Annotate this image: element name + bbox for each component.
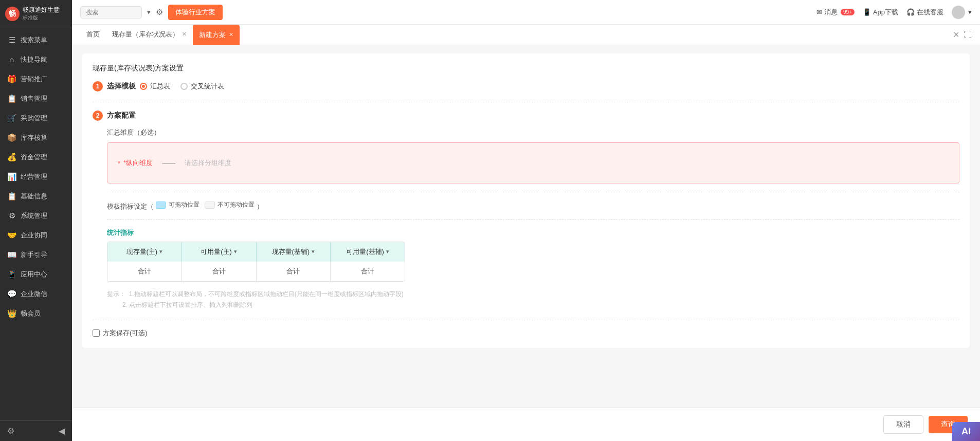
radio-cross-dot [180,83,188,90]
sidebar-item-cooperation[interactable]: 🤝 企业协同 [0,226,72,245]
settings-icon[interactable]: ⚙ [7,426,14,436]
stats-col2-header[interactable]: 可用量(主) ▾ [182,242,257,262]
cancel-button[interactable]: 取消 [883,415,923,434]
step-2-title: 方案配置 [107,111,136,120]
step-2-number: 2 [93,111,103,121]
finance-icon: 💰 [7,153,16,162]
app-download-button[interactable]: 📱 App下载 [863,8,898,17]
sidebar-item-label: 搜索菜单 [21,35,47,45]
purchase-icon: 🛒 [7,114,16,123]
non-draggable-box [205,201,215,209]
sidebar-item-label: 资金管理 [21,153,47,162]
step-2-content: 汇总维度（必选） * *纵向维度 —— 请选择分组维度 模板指标 [93,128,959,309]
sidebar-item-system[interactable]: ⚙ 系统管理 [0,206,72,226]
step-1-header: 1 选择模板 汇总表 交叉统计表 [93,81,959,91]
topbar-right: ✉ 消息 99+ 📱 App下载 🎧 在线客服 ▾ [816,6,972,19]
collapse-icon[interactable]: ◀ [59,426,65,436]
online-service-label: 在线客服 [917,8,943,17]
download-icon: 📱 [863,8,871,16]
required-star: * [118,159,120,167]
save-checkbox[interactable] [93,329,100,337]
app-logo: 畅 畅康通好生意 标准版 [0,0,72,28]
sidebar-item-label: 企业协同 [21,231,47,240]
step-1-block: 1 选择模板 汇总表 交叉统计表 [93,81,959,91]
stats-col4-header[interactable]: 可用量(基辅) ▾ [331,242,405,262]
sidebar-item-label: 畅会员 [21,309,41,318]
sidebar-item-marketing[interactable]: 🎁 营销推广 [0,69,72,89]
inventory-icon: 📦 [7,133,16,142]
stats-table: 现存量(主) ▾ 可用量(主) ▾ 现存量(基辅) [107,242,405,282]
sidebar: 畅 畅康通好生意 标准版 ☰ 搜索菜单 ⌂ 快捷导航 🎁 营销推广 📋 销售管理… [0,0,72,441]
non-draggable-legend: 不可拖动位置 [205,200,255,209]
vertical-placeholder[interactable]: 请选择分组维度 [185,158,231,168]
sidebar-item-label: 经营管理 [21,172,47,181]
tab-home[interactable]: 首页 [80,25,106,45]
indicators-section: 模板指标设定（ 可拖动位置 不可拖动位置 ） [107,200,959,309]
sidebar-item-basic-info[interactable]: 📋 基础信息 [0,187,72,206]
save-option-label: 方案保存(可选) [103,328,148,338]
service-icon: 🎧 [906,8,915,16]
search-input[interactable] [80,6,142,19]
radio-cross[interactable]: 交叉统计表 [180,82,224,91]
sidebar-item-sales[interactable]: 📋 销售管理 [0,89,72,108]
expand-window-icon[interactable]: ⛶ [964,30,972,40]
save-option: 方案保存(可选) [93,328,959,338]
footer-divider [93,320,959,320]
app-center-icon: 📱 [7,270,16,279]
marketing-icon: 🎁 [7,75,16,84]
tab-home-label: 首页 [86,30,100,39]
ai-badge[interactable]: Ai [952,422,980,441]
settings-panel: 现存量(库存状况表)方案设置 1 选择模板 汇总表 [82,53,970,348]
sidebar-item-label: 营销推广 [21,75,47,84]
step-divider [93,102,959,102]
radio-summary[interactable]: 汇总表 [140,82,170,91]
chevron-down-icon: ▾ [968,8,972,16]
draggable-box [156,201,166,209]
topbar: ▾ ⚙ 体验行业方案 ✉ 消息 99+ 📱 App下载 🎧 在线客服 ▾ [72,0,980,25]
sidebar-item-member[interactable]: 👑 畅会员 [0,304,72,323]
sidebar-item-search-menu[interactable]: ☰ 搜索菜单 [0,30,72,50]
sidebar-item-new-guide[interactable]: 📖 新手引导 [0,245,72,265]
stats-col1-cell: 合计 [107,262,182,281]
stats-col1-header[interactable]: 现存量(主) ▾ [107,242,182,262]
sidebar-item-quick-nav[interactable]: ⌂ 快捷导航 [0,50,72,69]
indicators-divider [107,219,959,220]
vertical-dimension-label: *纵向维度 [123,158,153,168]
tab-new-close-icon[interactable]: ✕ [229,31,233,38]
content-inner: 现存量(库存状况表)方案设置 1 选择模板 汇总表 [82,53,970,384]
online-service-button[interactable]: 🎧 在线客服 [906,8,943,17]
tip-1: 提示： 1.拖动标题栏可以调整布局，不可跨维度或指标区域拖动栏目(只能在同一维度… [107,290,959,299]
sales-icon: 📋 [7,94,16,103]
stats-table-header: 现存量(主) ▾ 可用量(主) ▾ 现存量(基辅) [107,242,405,262]
radio-summary-label: 汇总表 [150,82,170,91]
app-edition: 标准版 [23,14,60,22]
sidebar-item-finance[interactable]: 💰 资金管理 [0,148,72,167]
sidebar-item-operations[interactable]: 📊 经营管理 [0,167,72,187]
tip-2: 2. 点击标题栏下拉可设置排序、插入列和删除列 [107,301,959,309]
app-name: 畅康通好生意 [23,6,60,14]
new-guide-icon: 📖 [7,250,16,260]
stats-table-body: 合计 合计 合计 合计 [107,262,405,281]
user-profile[interactable]: ▾ [952,6,972,19]
sidebar-item-label: 销售管理 [21,94,47,103]
message-button[interactable]: ✉ 消息 99+ [816,8,855,17]
close-window-icon[interactable]: ✕ [953,30,959,40]
sidebar-item-app-center[interactable]: 📱 应用中心 [0,265,72,284]
dropdown-arrow-icon[interactable]: ▾ [147,8,151,16]
tab-new-scheme[interactable]: 新建方案 ✕ [193,25,240,45]
sidebar-item-label: 基础信息 [21,192,47,201]
inner-divider [107,192,959,192]
sidebar-item-purchase[interactable]: 🛒 采购管理 [0,108,72,128]
gear-icon[interactable]: ⚙ [156,7,163,17]
step-2-block: 2 方案配置 汇总维度（必选） * *纵向维度 —— 请选择分组维度 [93,111,959,309]
col1-chevron-icon: ▾ [159,248,162,255]
sidebar-item-wechat[interactable]: 💬 企业微信 [0,284,72,304]
logo-icon: 畅 [5,7,20,21]
radio-summary-dot [140,83,147,90]
tab-inventory-close-icon[interactable]: ✕ [182,31,187,38]
industry-solution-button[interactable]: 体验行业方案 [168,5,223,20]
basic-info-icon: 📋 [7,192,16,201]
tab-inventory-status[interactable]: 现存量（库存状况表） ✕ [106,25,193,45]
sidebar-item-inventory[interactable]: 📦 库存核算 [0,128,72,148]
stats-col3-header[interactable]: 现存量(基辅) ▾ [257,242,331,262]
